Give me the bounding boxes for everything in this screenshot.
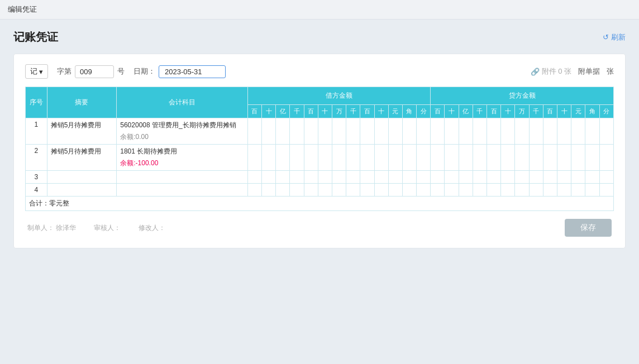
cell-debit-1-10[interactable] — [388, 145, 402, 171]
cell-credit-3-6[interactable] — [515, 184, 529, 197]
cell-debit-1-2[interactable] — [276, 145, 290, 171]
cell-credit-1-4[interactable] — [487, 145, 501, 171]
cell-credit-3-11[interactable] — [585, 184, 599, 197]
cell-credit-2-6[interactable] — [515, 171, 529, 184]
cell-debit-3-6[interactable] — [332, 184, 346, 197]
save-button[interactable]: 保存 — [565, 219, 612, 237]
cell-credit-1-5[interactable] — [501, 145, 515, 171]
table-row[interactable]: 1摊销5月待摊费用56020008 管理费用_长期待摊费用摊销余额:0.00 — [26, 118, 614, 145]
cell-debit-0-12[interactable] — [417, 118, 431, 145]
cell-credit-1-8[interactable] — [543, 145, 557, 171]
table-row[interactable]: 4 — [26, 184, 614, 197]
cell-credit-0-3[interactable] — [473, 118, 487, 145]
cell-credit-0-9[interactable] — [557, 118, 571, 145]
cell-debit-1-0[interactable] — [247, 145, 261, 171]
cell-debit-2-6[interactable] — [332, 171, 346, 184]
cell-debit-1-3[interactable] — [290, 145, 304, 171]
cell-debit-3-4[interactable] — [304, 184, 318, 197]
cell-debit-2-1[interactable] — [262, 171, 276, 184]
cell-credit-2-0[interactable] — [431, 171, 445, 184]
cell-debit-3-1[interactable] — [262, 184, 276, 197]
date-input[interactable] — [159, 65, 226, 78]
cell-debit-3-12[interactable] — [417, 184, 431, 197]
cell-credit-2-7[interactable] — [529, 171, 543, 184]
cell-credit-3-10[interactable] — [571, 184, 585, 197]
voucher-type-dropdown[interactable]: 记 ▾ — [25, 64, 48, 79]
cell-debit-0-10[interactable] — [388, 118, 402, 145]
cell-credit-0-8[interactable] — [543, 118, 557, 145]
cell-debit-1-9[interactable] — [374, 145, 388, 171]
cell-credit-2-3[interactable] — [473, 171, 487, 184]
cell-debit-0-0[interactable] — [247, 118, 261, 145]
cell-debit-2-8[interactable] — [360, 171, 374, 184]
cell-credit-3-2[interactable] — [459, 184, 473, 197]
cell-credit-2-9[interactable] — [557, 171, 571, 184]
cell-debit-2-11[interactable] — [402, 171, 416, 184]
cell-debit-3-0[interactable] — [247, 184, 261, 197]
cell-debit-1-6[interactable] — [332, 145, 346, 171]
cell-debit-3-3[interactable] — [290, 184, 304, 197]
cell-credit-3-4[interactable] — [487, 184, 501, 197]
cell-debit-0-2[interactable] — [276, 118, 290, 145]
refresh-button[interactable]: ↺ 刷新 — [603, 32, 626, 42]
cell-account-1[interactable]: 1801 长期待摊费用余额:-100.00 — [117, 145, 248, 171]
cell-debit-2-5[interactable] — [318, 171, 332, 184]
cell-debit-0-6[interactable] — [332, 118, 346, 145]
cell-debit-2-10[interactable] — [388, 171, 402, 184]
cell-debit-0-5[interactable] — [318, 118, 332, 145]
cell-debit-2-12[interactable] — [417, 171, 431, 184]
cell-debit-3-5[interactable] — [318, 184, 332, 197]
cell-summary-3[interactable] — [47, 184, 117, 197]
table-row[interactable]: 3 — [26, 171, 614, 184]
cell-credit-0-1[interactable] — [445, 118, 459, 145]
cell-credit-0-7[interactable] — [529, 118, 543, 145]
cell-debit-2-9[interactable] — [374, 171, 388, 184]
cell-account-2[interactable] — [117, 171, 248, 184]
zidi-input[interactable] — [75, 65, 114, 78]
cell-account-3[interactable] — [117, 184, 248, 197]
cell-credit-3-7[interactable] — [529, 184, 543, 197]
cell-credit-2-2[interactable] — [459, 171, 473, 184]
cell-account-0[interactable]: 56020008 管理费用_长期待摊费用摊销余额:0.00 — [117, 118, 248, 145]
cell-credit-0-12[interactable] — [599, 118, 613, 145]
cell-credit-1-3[interactable] — [473, 145, 487, 171]
cell-credit-0-10[interactable] — [571, 118, 585, 145]
cell-credit-3-1[interactable] — [445, 184, 459, 197]
cell-credit-2-12[interactable] — [599, 171, 613, 184]
cell-credit-1-9[interactable] — [557, 145, 571, 171]
cell-credit-1-10[interactable] — [571, 145, 585, 171]
cell-debit-0-8[interactable] — [360, 118, 374, 145]
cell-debit-1-5[interactable] — [318, 145, 332, 171]
cell-credit-2-8[interactable] — [543, 171, 557, 184]
cell-debit-1-1[interactable] — [262, 145, 276, 171]
cell-credit-0-6[interactable] — [515, 118, 529, 145]
cell-debit-0-11[interactable] — [402, 118, 416, 145]
cell-debit-1-11[interactable] — [402, 145, 416, 171]
cell-credit-1-1[interactable] — [445, 145, 459, 171]
cell-debit-3-10[interactable] — [388, 184, 402, 197]
cell-credit-3-5[interactable] — [501, 184, 515, 197]
cell-debit-3-9[interactable] — [374, 184, 388, 197]
cell-debit-1-8[interactable] — [360, 145, 374, 171]
cell-credit-1-6[interactable] — [515, 145, 529, 171]
cell-credit-2-1[interactable] — [445, 171, 459, 184]
cell-debit-0-7[interactable] — [346, 118, 360, 145]
cell-summary-2[interactable] — [47, 171, 117, 184]
cell-credit-1-7[interactable] — [529, 145, 543, 171]
cell-debit-2-0[interactable] — [247, 171, 261, 184]
cell-debit-2-2[interactable] — [276, 171, 290, 184]
cell-credit-2-10[interactable] — [571, 171, 585, 184]
cell-credit-0-4[interactable] — [487, 118, 501, 145]
cell-debit-0-3[interactable] — [290, 118, 304, 145]
cell-debit-3-2[interactable] — [276, 184, 290, 197]
cell-credit-2-11[interactable] — [585, 171, 599, 184]
cell-debit-0-1[interactable] — [262, 118, 276, 145]
cell-debit-1-12[interactable] — [417, 145, 431, 171]
cell-debit-1-4[interactable] — [304, 145, 318, 171]
fudanju-button[interactable]: 附单据 — [578, 66, 600, 76]
cell-credit-0-11[interactable] — [585, 118, 599, 145]
cell-credit-1-11[interactable] — [585, 145, 599, 171]
cell-credit-0-5[interactable] — [501, 118, 515, 145]
cell-credit-3-9[interactable] — [557, 184, 571, 197]
cell-debit-2-4[interactable] — [304, 171, 318, 184]
